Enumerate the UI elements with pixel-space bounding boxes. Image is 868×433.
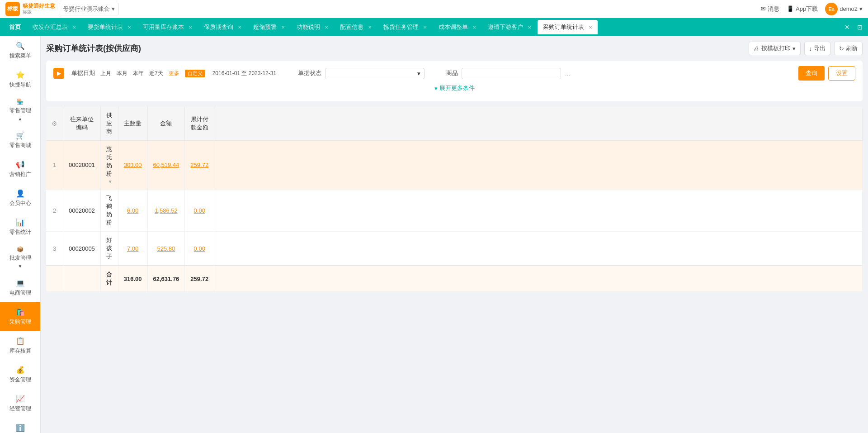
expand-nav-icon[interactable]: ⊡ <box>855 22 864 33</box>
data-table: ⚙ 往来单位编码 供应商 主数量 金额 累计付款金额 1 00020001 <box>46 107 863 292</box>
cell-extra <box>214 232 863 266</box>
sidebar-item-members[interactable]: 👤 会员中心 <box>0 184 40 213</box>
app-icon: 📱 <box>787 5 794 12</box>
row-num: 1 <box>46 141 63 190</box>
sidebar-item-inventory[interactable]: 📋 库存核算 <box>0 331 40 360</box>
chevron-down-icon: ▾ <box>434 85 438 92</box>
expand-icon[interactable]: ▼ <box>108 179 113 184</box>
close-icon[interactable]: ✕ <box>238 25 241 30</box>
close-icon[interactable]: ✕ <box>368 25 372 30</box>
cell-qty: 7.00 <box>118 232 147 266</box>
date-custom-badge[interactable]: 自定义 <box>185 70 205 77</box>
date-shortcut-more[interactable]: 更多 <box>167 69 181 78</box>
tab-available[interactable]: 可用量库存账本 ✕ <box>137 20 198 34</box>
tab-home[interactable]: 首页 <box>4 20 26 34</box>
close-icon[interactable]: ✕ <box>189 25 192 30</box>
close-icon[interactable]: ✕ <box>72 25 76 30</box>
footer-amount: 62,631.76 <box>147 266 185 292</box>
refresh-button[interactable]: ↻ 刷新 <box>834 42 863 55</box>
page-actions: 🖨 按模板打印 ▾ ↓ 导出 ↻ 刷新 <box>749 42 863 55</box>
sidebar-item-retail[interactable]: 🏪 零售管理 ▲ <box>0 94 40 126</box>
ellipsis-icon[interactable]: … <box>565 70 571 77</box>
close-icon[interactable]: ✕ <box>325 25 328 30</box>
sidebar-item-ecommerce[interactable]: 💻 电商管理 <box>0 273 40 302</box>
sidebar-item-retail-stat[interactable]: 📊 零售统计 <box>0 213 40 242</box>
table-row: 3 00020005 好孩子 7.00 525.80 0.00 <box>46 232 863 266</box>
col-settings: ⚙ <box>46 107 63 141</box>
logo-area: 标版 畅捷通好生意 标版 <box>5 2 55 16</box>
table-header-row: ⚙ 往来单位编码 供应商 主数量 金额 累计付款金额 <box>46 107 863 141</box>
close-icon[interactable]: ✕ <box>472 25 476 30</box>
close-all-icon[interactable]: ✕ <box>843 22 852 33</box>
tab-require[interactable]: 要货单统计表 ✕ <box>82 20 137 34</box>
refresh-icon: ↻ <box>839 45 844 52</box>
export-button[interactable]: ↓ 导出 <box>804 42 831 55</box>
tab-cost[interactable]: 成本调整单 ✕ <box>433 20 481 34</box>
cell-amount: 525.80 <box>147 232 185 266</box>
workspace-selector[interactable]: 母婴行业演示账套 ▾ <box>59 3 119 15</box>
logo-icon: 标版 <box>5 2 20 16</box>
close-icon[interactable]: ✕ <box>127 25 131 30</box>
col-extra <box>214 107 863 141</box>
sidebar-item-marketing[interactable]: 📢 营销推广 <box>0 155 40 184</box>
query-button[interactable]: 查询 <box>798 66 825 81</box>
tab-config[interactable]: 配置信息 ✕ <box>335 20 377 34</box>
settings-button[interactable]: 设置 <box>828 66 855 81</box>
date-shortcut-7days[interactable]: 近7天 <box>147 69 165 78</box>
computer-icon: 💻 <box>16 279 25 287</box>
close-icon[interactable]: ✕ <box>528 25 531 30</box>
top-bar-right: ✉ 消息 📱 App下载 Ea demo2 ▾ <box>761 3 863 15</box>
nav-tabs: 首页 收发存汇总表 ✕ 要货单统计表 ✕ 可用量库存账本 ✕ 保质期查询 ✕ 超… <box>0 18 868 36</box>
close-icon[interactable]: ✕ <box>281 25 285 30</box>
tab-collect[interactable]: 收发存汇总表 ✕ <box>27 20 81 34</box>
sidebar-item-operations[interactable]: 📈 经营管理 <box>0 389 40 418</box>
cart-icon: 🛒 <box>16 131 25 140</box>
nav-tab-end: ✕ ⊡ <box>843 22 864 33</box>
tab-purchase-stat[interactable]: 采购订单统计表 ✕ <box>538 20 598 34</box>
date-range: 2016-01-01 至 2023-12-31 <box>212 70 276 77</box>
col-code: 往来单位编码 <box>63 107 101 141</box>
filter-group-date: 单据日期 上月 本月 本年 近7天 更多 自定义 <box>71 69 205 78</box>
layout: 🔍 搜索菜单 ⭐ 快捷导航 🏪 零售管理 ▲ 🛒 零售商城 📢 营销推广 👤 会… <box>0 36 868 433</box>
cell-supplier: 惠氏奶粉 ▼ <box>100 141 118 190</box>
cell-code: 00020002 <box>63 190 101 232</box>
sidebar-item-shortcut[interactable]: ⭐ 快捷导航 <box>0 65 40 94</box>
tab-pickup[interactable]: 拣货任务管理 ✕ <box>378 20 432 34</box>
marketing-icon: 📢 <box>16 160 25 169</box>
chevron-down-icon: ▾ <box>859 5 863 12</box>
close-icon[interactable]: ✕ <box>589 25 592 30</box>
tab-function[interactable]: 功能说明 ✕ <box>291 20 334 34</box>
cell-qty: 6.00 <box>118 190 147 232</box>
status-select[interactable]: ▾ <box>325 68 425 79</box>
col-supplier: 供应商 <box>100 107 118 141</box>
print-icon: 🖨 <box>754 45 760 52</box>
expand-more-button[interactable]: ▾ 展开更多条件 <box>53 81 855 96</box>
message-icon: ✉ <box>761 5 766 12</box>
date-shortcut-this-year[interactable]: 本年 <box>131 69 146 78</box>
message-button[interactable]: ✉ 消息 <box>761 5 779 13</box>
tab-warranty[interactable]: 保质期查询 ✕ <box>198 20 247 34</box>
filter-group-status: 单据状态 ▾ <box>298 68 425 79</box>
sidebar-item-search[interactable]: 🔍 搜索菜单 <box>0 36 40 65</box>
page-header: 采购订单统计表(按供应商) 🖨 按模板打印 ▾ ↓ 导出 ↻ 刷新 <box>46 42 863 55</box>
footer-empty2 <box>63 266 101 292</box>
settings-icon[interactable]: ⚙ <box>52 120 57 127</box>
filter-toggle[interactable]: ▶ <box>53 68 64 79</box>
tab-invite[interactable]: 邀请下游客户 ✕ <box>482 20 537 34</box>
sidebar-item-finance[interactable]: 💰 资金管理 <box>0 360 40 389</box>
close-icon[interactable]: ✕ <box>423 25 427 30</box>
date-shortcut-last-month[interactable]: 上月 <box>99 69 113 78</box>
print-button[interactable]: 🖨 按模板打印 ▾ <box>749 42 801 55</box>
sidebar-item-wholesale[interactable]: 📦 批发管理 ▼ <box>0 242 40 273</box>
clipboard-icon: 📋 <box>16 337 25 345</box>
sidebar-item-purchase[interactable]: 🛍️ 采购管理 <box>0 302 40 331</box>
tab-overstock[interactable]: 超储预警 ✕ <box>248 20 290 34</box>
date-shortcut-this-month[interactable]: 本月 <box>115 69 129 78</box>
app-download-button[interactable]: 📱 App下载 <box>787 5 818 13</box>
date-shortcuts: 上月 本月 本年 近7天 更多 <box>99 69 181 78</box>
cell-extra <box>214 190 863 232</box>
goods-input[interactable] <box>462 68 561 79</box>
sidebar-item-retail-mall[interactable]: 🛒 零售商城 <box>0 126 40 155</box>
sidebar-item-basic[interactable]: ℹ️ 基础信息 <box>0 418 40 433</box>
user-menu[interactable]: Ea demo2 ▾ <box>825 3 863 15</box>
